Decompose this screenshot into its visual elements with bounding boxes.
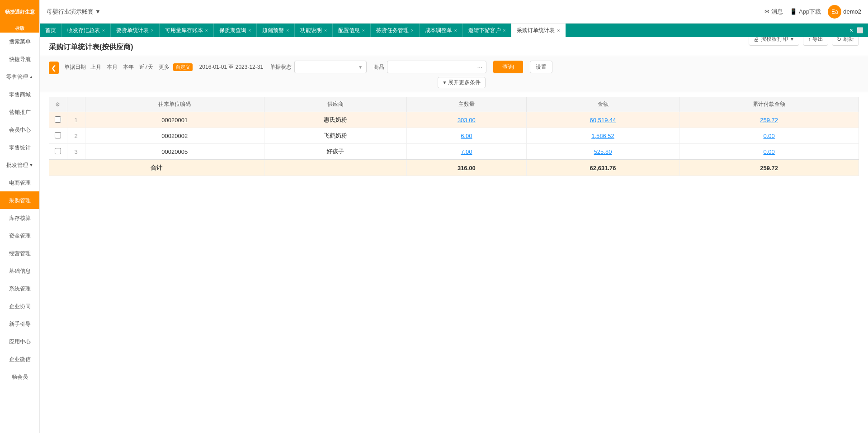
sidebar-item-system[interactable]: 系统管理 [0, 280, 40, 297]
tab-label: 超储预警 [262, 27, 284, 34]
tab-overstock-warning[interactable]: 超储预警 × [257, 24, 295, 37]
footer-main-qty: 316.00 [406, 160, 526, 176]
sidebar-item-retail-stat[interactable]: 零售统计 [0, 138, 40, 156]
page-header: 采购订单统计表(按供应商) 🖨 按模板打印 ▼ ↑ 导出 ↻ 刷新 [40, 37, 868, 56]
tab-config-info[interactable]: 配置信息 × [333, 24, 371, 37]
export-btn[interactable]: ↑ 导出 [803, 37, 828, 46]
refresh-btn[interactable]: ↻ 刷新 [832, 37, 859, 46]
status-filter-select[interactable]: ▼ [294, 61, 367, 73]
message-icon: ✉ [764, 8, 769, 15]
sidebar-item-finance[interactable]: 资金管理 [0, 227, 40, 244]
tab-close-icon[interactable]: × [205, 28, 208, 33]
tab-home[interactable]: 首页 [40, 24, 62, 37]
sidebar-item-purchase[interactable]: 采购管理 [0, 191, 40, 209]
sidebar-item-basic[interactable]: 基础信息 [0, 262, 40, 280]
sidebar-item-marketing[interactable]: 营销推广 [0, 103, 40, 121]
table-body: 1 00020001 惠氏奶粉 303.00 60,519.44 259.72 … [49, 112, 859, 160]
tab-function-desc[interactable]: 功能说明 × [295, 24, 333, 37]
page-title: 采购订单统计表(按供应商) [49, 43, 133, 51]
goods-filter-input[interactable]: ··· [387, 61, 486, 73]
custom-badge: 自定义 [173, 63, 193, 71]
refresh-icon: ↻ [837, 37, 841, 43]
gear-icon[interactable]: ⚙ [55, 101, 60, 108]
tab-close-icon[interactable]: × [503, 28, 506, 33]
col-paid-amount: 累计付款金额 [679, 97, 859, 112]
sidebar-item-app-center[interactable]: 应用中心 [0, 333, 40, 350]
sidebar-item-inventory[interactable]: 库存核算 [0, 209, 40, 227]
more-dots-icon[interactable]: ··· [477, 63, 482, 71]
row-number: 1 [67, 112, 85, 128]
checkbox-input[interactable] [55, 148, 61, 154]
filter-toggle-btn[interactable]: ❮ [49, 62, 59, 74]
expand-more-btn[interactable]: ▼ 展开更多条件 [438, 77, 486, 88]
sidebar-item-vip[interactable]: 畅会员 [0, 368, 40, 385]
avatar: Ea [828, 5, 841, 19]
sidebar-item-guide[interactable]: 新手引导 [0, 315, 40, 333]
tab-order-summary[interactable]: 要货单统计表 × [111, 24, 160, 37]
print-btn[interactable]: 🖨 按模板打印 ▼ [749, 37, 799, 46]
print-label: 按模板打印 [761, 37, 788, 43]
supplier-name: 惠氏奶粉 [264, 112, 407, 128]
tab-cost-adjust[interactable]: 成本调整单 × [420, 24, 463, 37]
shortcut-more[interactable]: 更多 [157, 62, 171, 72]
tab-label: 采购订单统计表 [517, 27, 555, 34]
tab-purchase-summary[interactable]: 采购订单统计表 × [511, 24, 566, 37]
tab-receive-summary[interactable]: 收发存汇总表 × [62, 24, 111, 37]
header-row: ⚙ 往来单位编码 供应商 主数量 [49, 97, 859, 112]
account-dropdown[interactable]: 母婴行业演示账套 ▼ [47, 8, 101, 16]
sidebar-item-ops[interactable]: 经营管理 [0, 244, 40, 262]
col-amount: 金额 [526, 97, 679, 112]
tab-close-icon[interactable]: × [362, 28, 365, 33]
tab-label: 功能说明 [300, 27, 322, 34]
sidebar-item-member[interactable]: 会员中心 [0, 121, 40, 138]
amount: 1,586.52 [526, 128, 679, 144]
tab-close-icon[interactable]: × [411, 28, 414, 33]
shortcut-7days[interactable]: 近7天 [137, 62, 155, 72]
query-btn[interactable]: 查询 [493, 61, 523, 73]
main-qty: 303.00 [406, 112, 526, 128]
sidebar-item-retail-mall[interactable]: 零售商城 [0, 86, 40, 103]
unit-code: 00020002 [85, 128, 264, 144]
sidebar-item-wholesale[interactable]: 批发管理 ▼ [0, 156, 40, 174]
checkbox-input[interactable] [55, 132, 61, 138]
message-btn[interactable]: ✉ 消息 [764, 8, 783, 16]
nav-top: 母婴行业演示账套 ▼ ✉ 消息 📱 App下载 Ea demo2 [40, 0, 868, 24]
table-header: ⚙ 往来单位编码 供应商 主数量 [49, 97, 859, 112]
tab-available-inventory[interactable]: 可用量库存账本 × [160, 24, 214, 37]
tab-label: 收发存汇总表 [67, 27, 100, 34]
tab-close-icon[interactable]: × [557, 28, 560, 33]
username: demo2 [843, 8, 861, 15]
refresh-label: 刷新 [843, 37, 854, 43]
tab-invite-downstream[interactable]: 邀请下游客户 × [463, 24, 512, 37]
sidebar-item-quick-nav[interactable]: 快捷导航 [0, 50, 40, 68]
shortcut-this-month[interactable]: 本月 [105, 62, 119, 72]
app-download-label: App下载 [799, 8, 821, 16]
sidebar-item-search[interactable]: 搜索菜单 [0, 33, 40, 50]
sidebar-item-ecommerce[interactable]: 电商管理 [0, 174, 40, 191]
user-profile[interactable]: Ea demo2 [828, 5, 861, 19]
tab-close-icon[interactable]: × [151, 28, 154, 33]
tab-close-icon[interactable]: × [249, 28, 251, 33]
tab-close-icon[interactable]: × [324, 28, 327, 33]
maximize-icon[interactable]: ⬜ [857, 27, 863, 33]
sidebar-item-retail[interactable]: 零售管理 ▲ [0, 68, 40, 86]
tab-expiry-query[interactable]: 保质期查询 × [214, 24, 257, 37]
tab-close-icon[interactable]: × [454, 28, 457, 33]
shortcut-this-year[interactable]: 本年 [121, 62, 136, 72]
tab-label: 邀请下游客户 [468, 27, 501, 34]
shortcut-last-month[interactable]: 上月 [89, 62, 103, 72]
tab-close-icon[interactable]: × [102, 28, 105, 33]
table-row: 2 00020002 飞鹤奶粉 6.00 1,586.52 0.00 [49, 128, 859, 144]
footer-row: 合计 316.00 62,631.76 259.72 [49, 160, 859, 176]
sidebar-item-wechat[interactable]: 企业微信 [0, 350, 40, 368]
app-download-btn[interactable]: 📱 App下载 [790, 8, 821, 16]
toggle-area: ❮ [49, 62, 59, 74]
chevron-down-icon: ▼ [443, 80, 447, 85]
settings-btn[interactable]: 设置 [530, 61, 552, 73]
tab-pick-task[interactable]: 拣货任务管理 × [371, 24, 420, 37]
supplier-name: 飞鹤奶粉 [264, 128, 407, 144]
tab-close-icon[interactable]: × [286, 28, 289, 33]
close-window-icon[interactable]: × [849, 27, 853, 34]
checkbox-input[interactable] [55, 116, 61, 123]
sidebar-item-enterprise[interactable]: 企业协同 [0, 297, 40, 315]
